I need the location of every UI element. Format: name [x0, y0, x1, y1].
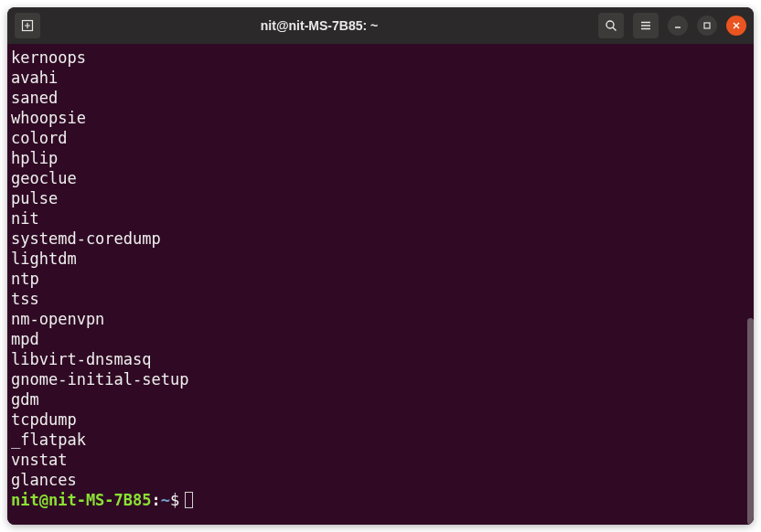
- svg-line-4: [613, 27, 616, 31]
- output-line: geoclue: [11, 168, 750, 188]
- titlebar-right: [598, 13, 746, 38]
- search-icon: [605, 19, 617, 32]
- output-line: vnstat: [11, 450, 750, 470]
- hamburger-icon: [639, 19, 652, 32]
- output-line: lightdm: [11, 249, 750, 269]
- new-tab-button[interactable]: [15, 13, 40, 38]
- window-title: nit@nit-MS-7B85: ~: [48, 18, 591, 33]
- output-line: gdm: [11, 389, 750, 410]
- new-tab-icon: [21, 19, 34, 32]
- search-button[interactable]: [598, 13, 624, 38]
- output-line: glances: [11, 470, 750, 490]
- output-line: tcpdump: [11, 410, 750, 430]
- svg-rect-9: [704, 23, 710, 28]
- cursor: [185, 492, 193, 508]
- output-line: avahi: [11, 68, 750, 88]
- minimize-button[interactable]: [668, 16, 688, 36]
- output-line: colord: [11, 128, 750, 148]
- output-line: tss: [11, 289, 750, 309]
- output-line: gnome-initial-setup: [11, 369, 750, 389]
- titlebar: nit@nit-MS-7B85: ~: [7, 7, 754, 44]
- minimize-icon: [673, 21, 682, 30]
- close-button[interactable]: [726, 16, 746, 36]
- svg-point-3: [606, 21, 614, 28]
- output-line: ntp: [11, 269, 750, 289]
- scrollbar-thumb[interactable]: [747, 318, 754, 525]
- maximize-button[interactable]: [697, 16, 717, 36]
- output-line: mpd: [11, 329, 750, 349]
- output-line: _flatpak: [11, 430, 750, 450]
- prompt-user-host: nit@nit-MS-7B85: [11, 490, 152, 510]
- terminal-window: nit@nit-MS-7B85: ~ kernoops avahi saned: [7, 7, 754, 525]
- output-line: kernoops: [11, 48, 750, 68]
- output-line: saned: [11, 88, 750, 108]
- prompt-path: ~: [161, 490, 170, 510]
- output-line: nm-openvpn: [11, 309, 750, 329]
- close-icon: [732, 21, 741, 30]
- output-line: nit: [11, 208, 750, 229]
- output-line: whoopsie: [11, 108, 750, 128]
- output-line: libvirt-dnsmasq: [11, 349, 750, 369]
- prompt-line: nit@nit-MS-7B85:~$: [11, 490, 750, 510]
- output-line: pulse: [11, 188, 750, 208]
- output-line: systemd-coredump: [11, 229, 750, 249]
- maximize-icon: [702, 21, 712, 30]
- titlebar-left: [15, 13, 40, 38]
- terminal-content: kernoops avahi saned whoopsie colord hpl…: [11, 48, 750, 510]
- terminal-viewport[interactable]: kernoops avahi saned whoopsie colord hpl…: [7, 44, 754, 525]
- prompt-colon: :: [152, 490, 161, 510]
- output-line: hplip: [11, 148, 750, 168]
- prompt-dollar: $: [170, 490, 179, 510]
- menu-button[interactable]: [633, 13, 659, 38]
